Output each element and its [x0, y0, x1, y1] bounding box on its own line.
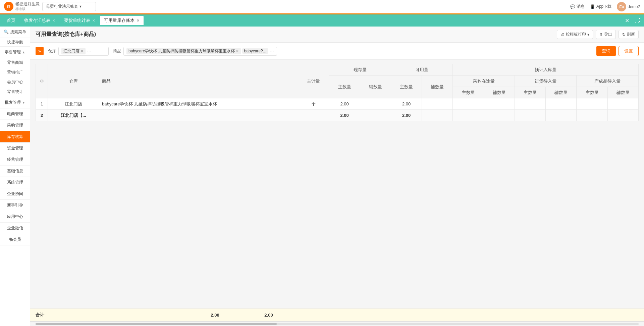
sidebar-marketing-label: 营销推广: [7, 70, 23, 75]
sidebar-item-operations[interactable]: 经营管理: [0, 154, 30, 166]
th-avail-group: 可用量: [391, 64, 453, 76]
tab-shoufa[interactable]: 收发存汇总表 ✕: [20, 16, 59, 25]
message-action[interactable]: 💬 消息: [570, 4, 585, 9]
th-purchase-main: 主数量: [453, 87, 484, 98]
sidebar-inventory-label: 库存核算: [7, 134, 23, 139]
tab-kucun-label: 可用量库存账本: [104, 17, 135, 24]
th-incoming-main: 主数量: [515, 87, 545, 98]
th-settings: ⚙: [36, 64, 48, 98]
cell-purchase-aux: [484, 110, 515, 121]
product-filter-input[interactable]: babycare学饮杯 儿童防摔防撞吸管杯重力球吸嘴杯宝宝水杯 ✕ babyca…: [123, 47, 277, 56]
main-wrapper: 🔍 搜索菜单 快捷导航 零售管理 ▲ 零售商城 营销推广 会员中心 零售统计: [0, 27, 644, 326]
table-row: 1 江北门店 babycare学饮杯 儿童防摔防撞吸管杯重力球吸嘴杯宝宝水杯 个…: [36, 98, 639, 110]
print-label: 按模板打印: [566, 32, 586, 37]
header-left: 好 畅捷通好生意 标准版 母婴行业演示账套 ▾: [4, 2, 96, 11]
tab-bar: 首页 收发存汇总表 ✕ 要货单统计表 ✕ 可用量库存账本 ✕ ✕ ⛶: [0, 14, 644, 27]
product-tag1-remove[interactable]: ✕: [236, 49, 239, 53]
sidebar-item-enterprise[interactable]: 企业协同: [0, 188, 30, 200]
tab-yaohuo[interactable]: 要货单统计表 ✕: [60, 16, 99, 25]
cell-produce-aux: [607, 98, 638, 110]
sidebar-item-ecommerce[interactable]: 电商管理: [0, 108, 30, 120]
sidebar-item-corpwechat[interactable]: 企业微信: [0, 223, 30, 234]
th-produce-group: 产成品待入量: [577, 76, 639, 87]
cell-stock-main: 2.00: [329, 110, 360, 121]
tab-expand-icon[interactable]: ⛶: [633, 17, 641, 24]
logo-sub: 标准版: [15, 7, 40, 11]
sidebar-corpwechat-label: 企业微信: [7, 226, 23, 230]
sidebar-ecommerce-label: 电商管理: [7, 111, 23, 116]
product-filter-dots[interactable]: ···: [270, 48, 274, 54]
sidebar-item-appcenter[interactable]: 应用中心: [0, 211, 30, 223]
warehouse-filter-input[interactable]: 江北门店 ✕ ···: [58, 47, 109, 56]
th-avail-main: 主数量: [391, 76, 422, 98]
scrollbar-thumb[interactable]: [36, 323, 277, 325]
cell-purchase-main: [453, 98, 484, 110]
double-arrow-icon: »: [38, 48, 41, 54]
chevron-up-icon: ▲: [22, 50, 25, 54]
tab-yaohuo-close[interactable]: ✕: [92, 18, 95, 23]
export-label: 导出: [604, 32, 612, 37]
cell-avail-aux: [422, 110, 453, 121]
settings-button[interactable]: 设置: [619, 46, 639, 56]
cell-stock-main: 2.00: [329, 98, 360, 110]
page-header: 可用量查询(按仓库+商品) 🖨 按模板打印 ▾ ⬆ 导出 ↻ 刷新: [30, 27, 644, 43]
sidebar-item-retail-stats[interactable]: 零售统计: [0, 87, 30, 97]
tab-shoufa-close[interactable]: ✕: [52, 18, 55, 23]
tab-kucun-close[interactable]: ✕: [137, 18, 140, 23]
sidebar-search[interactable]: 🔍 搜索菜单: [0, 27, 30, 38]
cell-warehouse: 江北门店: [48, 98, 99, 110]
tab-shoufa-label: 收发存汇总表: [24, 17, 50, 24]
sidebar-item-wholesale[interactable]: 批发管理 ▼: [0, 97, 30, 108]
sidebar-purchase-label: 采购管理: [7, 123, 23, 128]
product-tag1: babycare学饮杯 儿童防摔防撞吸管杯重力球吸嘴杯宝宝水杯 ✕: [126, 48, 241, 54]
sidebar-appcenter-label: 应用中心: [7, 214, 23, 219]
sidebar-item-newguide[interactable]: 新手引导: [0, 200, 30, 211]
warehouse-tag-remove[interactable]: ✕: [80, 49, 84, 53]
cell-produce-aux: [607, 110, 638, 121]
sidebar-operations-label: 经营管理: [7, 157, 23, 162]
warehouse-filter-field: 仓库 江北门店 ✕ ···: [48, 47, 109, 56]
sidebar-item-basic[interactable]: 基础信息: [0, 166, 30, 177]
table-row: 2 江北门店【... 2.00 2.00: [36, 110, 639, 121]
sidebar-item-member[interactable]: 会员中心: [0, 77, 30, 87]
download-action[interactable]: 📱 App下载: [590, 4, 611, 9]
cell-avail-main: 2.00: [391, 98, 422, 110]
table-wrapper: ⚙ 仓库 商品 主计量 现存量 可用量 预计入库量 主数量 辅数量 主数量 辅数…: [30, 60, 644, 308]
refresh-button[interactable]: ↻ 刷新: [619, 30, 639, 39]
warehouse-filter-dots[interactable]: ···: [87, 48, 91, 54]
filter-toggle-button[interactable]: »: [36, 47, 44, 55]
sidebar-item-finance[interactable]: 资金管理: [0, 143, 30, 154]
th-purchase-aux: 辅数量: [484, 87, 515, 98]
sidebar-item-retail-shop[interactable]: 零售商城: [0, 58, 30, 67]
product-filter-label: 商品: [113, 48, 121, 54]
header-right: 💬 消息 📱 App下载 Ea demo2: [570, 2, 640, 11]
horizontal-scrollbar[interactable]: [36, 323, 639, 325]
th-incoming-group: 进货待入量: [515, 76, 577, 87]
chevron-down-icon-wholesale: ▼: [22, 101, 25, 104]
sidebar-member-label: 会员中心: [7, 80, 23, 84]
sidebar-item-system[interactable]: 系统管理: [0, 177, 30, 188]
industry-selector[interactable]: 母婴行业演示账套 ▾: [42, 2, 96, 11]
th-produce-main: 主数量: [577, 87, 607, 98]
sidebar-quick-nav[interactable]: 快捷导航: [0, 38, 30, 47]
cell-avail-aux: [422, 98, 453, 110]
tab-close-all-icon[interactable]: ✕: [624, 17, 631, 24]
sidebar-item-inventory[interactable]: 库存核算: [0, 131, 30, 143]
sidebar-quick-nav-label: 快捷导航: [7, 40, 23, 44]
filter-bar: » 仓库 江北门店 ✕ ··· 商品 babycare学饮杯 儿童防摔防撞吸管杯…: [30, 43, 644, 60]
tab-kucun[interactable]: 可用量库存账本 ✕: [100, 16, 144, 25]
export-button[interactable]: ⬆ 导出: [596, 30, 616, 39]
product-tag2-text: babycare?...: [244, 49, 266, 53]
cell-product: [99, 110, 298, 121]
tab-home[interactable]: 首页: [3, 16, 19, 25]
query-button[interactable]: 查询: [596, 46, 616, 56]
print-button[interactable]: 🖨 按模板打印 ▾: [557, 30, 593, 39]
sidebar-item-changyuanmember[interactable]: 畅会员: [0, 234, 30, 245]
sidebar-item-retail[interactable]: 零售管理 ▲: [0, 47, 30, 58]
sidebar-item-purchase[interactable]: 采购管理: [0, 120, 30, 131]
user-action[interactable]: Ea demo2: [617, 2, 640, 11]
sidebar: 🔍 搜索菜单 快捷导航 零售管理 ▲ 零售商城 营销推广 会员中心 零售统计: [0, 27, 30, 326]
phone-icon: 📱: [590, 4, 595, 9]
sidebar-item-marketing[interactable]: 营销推广: [0, 67, 30, 77]
column-settings-icon[interactable]: ⚙: [40, 79, 44, 84]
